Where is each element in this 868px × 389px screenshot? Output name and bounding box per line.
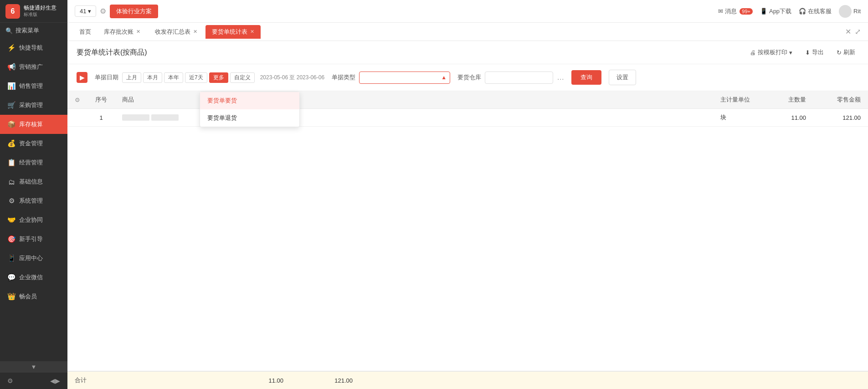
title-actions: 🖨 按模板打印 ▾ ⬇ 导出 ↻ 刷新 (746, 46, 859, 58)
chevron-down-icon: ▾ (88, 8, 91, 15)
type-filter-group: 单据类型 ▲ (332, 72, 450, 84)
type-select-wrapper: ▲ (359, 72, 450, 84)
settings-gear-icon[interactable]: ⚙ (100, 7, 106, 15)
type-dropdown: 要货单要货 要货单退货 (200, 92, 300, 127)
tab-receivable-summary[interactable]: 收发存汇总表 ✕ (149, 25, 204, 39)
placeholder-block-1 (122, 114, 149, 121)
sidebar-item-purchase[interactable]: 🛒 采购管理 (0, 96, 67, 115)
message-icon: ✉ (718, 8, 723, 15)
dropdown-item-requisition-return[interactable]: 要货单退货 (200, 109, 299, 127)
col-unit-header: 主计量单位 (713, 91, 759, 109)
print-btn[interactable]: 🖨 按模板打印 ▾ (746, 46, 796, 58)
prev-month-btn[interactable]: 上月 (122, 72, 141, 83)
row-qty: 11.00 (759, 109, 813, 127)
row-num: 1 (87, 109, 115, 127)
sidebar-item-appstore[interactable]: 📱 应用中心 (0, 249, 67, 268)
sidebar-item-vip[interactable]: 👑 畅会员 (0, 287, 67, 306)
col-qty-header: 主数量 (759, 91, 813, 109)
tab-requisition-stats[interactable]: 要货单统计表 ✕ (205, 25, 261, 39)
quick-nav-icon: ⚡ (7, 44, 15, 52)
settings-footer-icon[interactable]: ⚙ (7, 377, 13, 384)
this-month-btn[interactable]: 本月 (143, 72, 162, 83)
marketing-icon: 📢 (7, 63, 15, 71)
tab-home[interactable]: 首页 (75, 25, 96, 39)
footer-total-label: 合计 (75, 376, 243, 384)
query-btn[interactable]: 查询 (571, 70, 601, 85)
appstore-icon: 📱 (7, 254, 15, 262)
expand-filter-btn[interactable]: ▶ (77, 72, 87, 83)
sidebar-item-basic[interactable]: 🗂 基础信息 (0, 172, 67, 191)
warehouse-filter-group: 要货仓库 … (457, 72, 564, 84)
sidebar-item-quick-nav[interactable]: ⚡ 快捷导航 (0, 38, 67, 57)
tabs-bar: 首页 库存批次账 ✕ 收发存汇总表 ✕ 要货单统计表 ✕ ✕ ⤢ (67, 23, 868, 41)
sidebar-item-newbie[interactable]: 🎯 新手引导 (0, 230, 67, 249)
header-left: 41 ▾ ⚙ 体验行业方案 (75, 5, 158, 18)
operations-icon: 📋 (7, 159, 15, 167)
tab-inventory-batch[interactable]: 库存批次账 ✕ (98, 25, 147, 39)
vip-icon: 👑 (7, 292, 15, 301)
page-title-bar: 要货单统计表(按商品) 🖨 按模板打印 ▾ ⬇ 导出 ↻ 刷新 (67, 41, 868, 64)
online-service-btn[interactable]: 🎧 在线客服 (799, 7, 832, 15)
collapse-sidebar-icon[interactable]: ◀▶ (50, 377, 60, 384)
print-dropdown-icon: ▾ (789, 49, 792, 56)
last-7-days-btn[interactable]: 近7天 (185, 72, 207, 83)
header-right: ✉ 消息 99+ 📱 App下载 🎧 在线客服 Rit (718, 5, 861, 18)
footer-total-qty: 11.00 (243, 377, 298, 384)
export-btn[interactable]: ⬇ 导出 (801, 46, 827, 58)
sidebar-footer: ⚙ ◀▶ (0, 372, 67, 389)
row-unit: 块 (713, 109, 759, 127)
expand-tabs-btn[interactable]: ⤢ (855, 27, 861, 36)
sidebar-search[interactable]: 🔍 搜索菜单 (0, 23, 67, 38)
dropdown-item-requisition-goods[interactable]: 要货单要货 (200, 92, 299, 109)
refresh-icon: ↻ (837, 49, 842, 56)
newbie-icon: 🎯 (7, 235, 15, 243)
close-all-tabs-btn[interactable]: ✕ (845, 27, 851, 36)
sidebar-item-sales[interactable]: 📊 销售管理 (0, 77, 67, 96)
filter-bar: ▶ 单据日期 上月 本月 本年 近7天 更多 自定义 2023-05-06 至 … (67, 64, 868, 91)
type-label: 单据类型 (332, 73, 355, 82)
date-label: 单据日期 (95, 73, 118, 82)
page-title: 要货单统计表(按商品) (77, 48, 147, 57)
sidebar-item-finance[interactable]: 💰 资金管理 (0, 134, 67, 153)
sidebar-item-inventory[interactable]: 📦 库存核算 (0, 115, 67, 134)
app-name: 畅捷通好生意 (24, 5, 56, 12)
this-year-btn[interactable]: 本年 (164, 72, 183, 83)
avatar (839, 5, 852, 18)
headset-icon: 🎧 (799, 8, 806, 15)
page-content: 要货单统计表(按商品) 🖨 按模板打印 ▾ ⬇ 导出 ↻ 刷新 (67, 41, 868, 389)
col-settings[interactable]: ⚙ (67, 91, 87, 109)
row-amount: 121.00 (813, 109, 868, 127)
export-icon: ⬇ (805, 49, 810, 56)
refresh-btn[interactable]: ↻ 刷新 (833, 46, 859, 58)
tab-close-receivable-summary[interactable]: ✕ (193, 29, 197, 35)
notifications-btn[interactable]: ✉ 消息 99+ (718, 7, 753, 15)
print-icon: 🖨 (750, 49, 756, 56)
filter-settings-btn[interactable]: 设置 (609, 70, 636, 85)
app-logo-icon: 6 (5, 4, 20, 19)
sidebar-item-marketing[interactable]: 📢 营销推广 (0, 57, 67, 77)
col-num-header: 序号 (87, 91, 115, 109)
warehouse-more-icon[interactable]: … (557, 73, 564, 82)
user-profile[interactable]: Rit (839, 5, 861, 18)
date-range-display: 2023-05-06 至 2023-06-06 (260, 74, 324, 82)
warehouse-input[interactable] (485, 72, 553, 84)
system-icon: ⚙ (7, 197, 15, 205)
sidebar-item-wechat[interactable]: 💬 企业微信 (0, 268, 67, 287)
more-date-btn[interactable]: 更多 (209, 72, 228, 83)
trial-btn[interactable]: 体验行业方案 (110, 5, 158, 18)
col-amount-header: 零售金额 (813, 91, 868, 109)
store-selector[interactable]: 41 ▾ (75, 5, 96, 17)
table-header-row: ⚙ 序号 商品 主计量单位 主数量 零售金额 (67, 91, 868, 109)
tab-close-inventory-batch[interactable]: ✕ (136, 29, 140, 35)
main-content: 41 ▾ ⚙ 体验行业方案 ✉ 消息 99+ 📱 App下载 🎧 在线客服 R (67, 0, 868, 389)
app-download-btn[interactable]: 📱 App下载 (760, 7, 791, 15)
sidebar-item-operations[interactable]: 📋 经营管理 (0, 153, 67, 172)
type-select-input[interactable] (359, 72, 450, 84)
sidebar-scroll-down[interactable]: ▼ (0, 361, 67, 372)
custom-date-btn[interactable]: 自定义 (230, 72, 255, 83)
sidebar-item-system[interactable]: ⚙ 系统管理 (0, 191, 67, 210)
tab-close-requisition-stats[interactable]: ✕ (250, 29, 254, 35)
sidebar-item-enterprise[interactable]: 🤝 企业协同 (0, 210, 67, 230)
footer-total-amount: 121.00 (298, 377, 353, 384)
warehouse-label: 要货仓库 (457, 73, 481, 82)
